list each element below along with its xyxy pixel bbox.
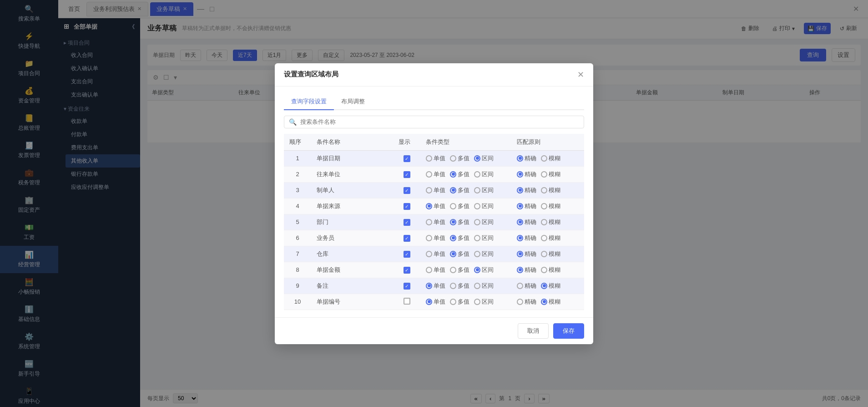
radio-type-1[interactable]: 多值 bbox=[450, 298, 469, 306]
radio-match-1[interactable]: 模糊 bbox=[541, 234, 560, 242]
radio-match-1[interactable]: 模糊 bbox=[541, 282, 560, 290]
checkbox-checked[interactable]: ✓ bbox=[404, 203, 410, 210]
radio-type-1[interactable]: 多值 bbox=[450, 250, 469, 258]
checkbox-checked[interactable]: ✓ bbox=[404, 187, 410, 194]
modal-row-display[interactable]: ✓ bbox=[393, 150, 420, 166]
radio-circle bbox=[450, 203, 456, 209]
radio-type-1[interactable]: 多值 bbox=[450, 170, 469, 178]
radio-circle bbox=[541, 187, 547, 193]
radio-type-2[interactable]: 区间 bbox=[474, 202, 494, 210]
radio-type-2[interactable]: 区间 bbox=[474, 218, 494, 226]
radio-label: 区间 bbox=[482, 202, 494, 210]
radio-match-0[interactable]: 精确 bbox=[517, 202, 536, 210]
radio-match-0[interactable]: 精确 bbox=[517, 234, 536, 242]
checkbox-checked[interactable]: ✓ bbox=[404, 251, 410, 258]
modal-row-display[interactable] bbox=[393, 294, 420, 310]
radio-match-0[interactable]: 精确 bbox=[517, 298, 536, 306]
radio-type-0[interactable]: 单值 bbox=[426, 282, 445, 290]
modal-title: 设置查询区域布局 bbox=[284, 70, 338, 79]
radio-match-1[interactable]: 模糊 bbox=[541, 170, 560, 178]
radio-circle bbox=[426, 187, 432, 193]
radio-circle bbox=[474, 187, 480, 193]
radio-type-0[interactable]: 单值 bbox=[426, 234, 445, 242]
modal-search-bar: 🔍 bbox=[284, 116, 584, 128]
checkbox-checked[interactable]: ✓ bbox=[404, 267, 410, 274]
radio-type-1[interactable]: 多值 bbox=[450, 218, 469, 226]
modal-row-display[interactable]: ✓ bbox=[393, 262, 420, 278]
radio-circle bbox=[541, 235, 547, 241]
modal-tab-layout[interactable]: 布局调整 bbox=[334, 94, 372, 110]
radio-type-2[interactable]: 区间 bbox=[474, 186, 494, 194]
radio-circle bbox=[541, 155, 547, 162]
checkbox-checked[interactable]: ✓ bbox=[404, 155, 410, 162]
radio-circle bbox=[426, 299, 432, 305]
modal-search-input[interactable] bbox=[300, 118, 579, 125]
cancel-button[interactable]: 取消 bbox=[518, 323, 549, 339]
radio-match-0[interactable]: 精确 bbox=[517, 266, 536, 274]
radio-match-0[interactable]: 精确 bbox=[517, 282, 536, 290]
radio-match-1[interactable]: 模糊 bbox=[541, 186, 560, 194]
radio-type-0[interactable]: 单值 bbox=[426, 186, 445, 194]
radio-type-2[interactable]: 区间 bbox=[474, 266, 494, 274]
checkbox-checked[interactable]: ✓ bbox=[404, 283, 410, 290]
radio-circle bbox=[450, 299, 456, 305]
radio-type-2[interactable]: 区间 bbox=[474, 170, 494, 178]
modal-row-order: 7 bbox=[284, 246, 311, 262]
checkbox-checked[interactable]: ✓ bbox=[404, 171, 410, 178]
checkbox-checked[interactable]: ✓ bbox=[404, 219, 410, 226]
radio-type-2[interactable]: 区间 bbox=[474, 282, 494, 290]
radio-type-2[interactable]: 区间 bbox=[474, 250, 494, 258]
radio-type-0[interactable]: 单值 bbox=[426, 154, 445, 163]
radio-label: 精确 bbox=[525, 186, 536, 194]
modal-body: 查询字段设置 布局调整 🔍 顺序 条件名称 显示 条件类型 bbox=[275, 86, 593, 317]
radio-type-0[interactable]: 单值 bbox=[426, 202, 445, 210]
radio-match-0[interactable]: 精确 bbox=[517, 218, 536, 226]
radio-circle bbox=[517, 251, 523, 257]
radio-match-1[interactable]: 模糊 bbox=[541, 202, 560, 210]
modal-row-display[interactable]: ✓ bbox=[393, 166, 420, 182]
radio-match-0[interactable]: 精确 bbox=[517, 250, 536, 258]
radio-match-0[interactable]: 精确 bbox=[517, 186, 536, 194]
radio-type-2[interactable]: 区间 bbox=[474, 154, 494, 163]
modal-row-name: 仓库 bbox=[311, 246, 393, 262]
radio-type-1[interactable]: 多值 bbox=[450, 202, 469, 210]
radio-type-1[interactable]: 多值 bbox=[450, 282, 469, 290]
radio-label: 多值 bbox=[458, 170, 469, 178]
radio-match-0[interactable]: 精确 bbox=[517, 154, 536, 163]
radio-match-1[interactable]: 模糊 bbox=[541, 218, 560, 226]
modal-tab-query[interactable]: 查询字段设置 bbox=[284, 94, 334, 110]
radio-type-1[interactable]: 多值 bbox=[450, 154, 469, 163]
modal-row-display[interactable]: ✓ bbox=[393, 230, 420, 246]
radio-type-1[interactable]: 多值 bbox=[450, 234, 469, 242]
radio-match-1[interactable]: 模糊 bbox=[541, 154, 560, 163]
modal-row-display[interactable]: ✓ bbox=[393, 278, 420, 294]
modal-row-display[interactable]: ✓ bbox=[393, 214, 420, 230]
modal-row-display[interactable]: ✓ bbox=[393, 182, 420, 198]
radio-circle bbox=[426, 171, 432, 178]
radio-label: 多值 bbox=[458, 154, 469, 163]
modal-col-order: 顺序 bbox=[284, 134, 311, 151]
radio-label: 模糊 bbox=[549, 218, 560, 226]
radio-type-0[interactable]: 单值 bbox=[426, 298, 445, 306]
radio-match-1[interactable]: 模糊 bbox=[541, 298, 560, 306]
radio-type-1[interactable]: 多值 bbox=[450, 266, 469, 274]
modal-row-display[interactable]: ✓ bbox=[393, 198, 420, 214]
radio-match-1[interactable]: 模糊 bbox=[541, 250, 560, 258]
modal-save-button[interactable]: 保存 bbox=[553, 323, 584, 339]
modal-row-type: 单值 多值 区间 bbox=[420, 150, 511, 166]
modal-row-display[interactable]: ✓ bbox=[393, 246, 420, 262]
radio-type-0[interactable]: 单值 bbox=[426, 250, 445, 258]
radio-match-1[interactable]: 模糊 bbox=[541, 266, 560, 274]
modal-overlay[interactable]: 设置查询区域布局 ✕ 查询字段设置 布局调整 🔍 顺序 bbox=[0, 0, 868, 407]
radio-type-0[interactable]: 单值 bbox=[426, 266, 445, 274]
radio-type-0[interactable]: 单值 bbox=[426, 170, 445, 178]
radio-type-2[interactable]: 区间 bbox=[474, 234, 494, 242]
radio-match-0[interactable]: 精确 bbox=[517, 170, 536, 178]
radio-circle bbox=[450, 251, 456, 257]
checkbox-unchecked[interactable] bbox=[404, 298, 410, 305]
radio-type-0[interactable]: 单值 bbox=[426, 218, 445, 226]
checkbox-checked[interactable]: ✓ bbox=[404, 235, 410, 242]
radio-type-1[interactable]: 多值 bbox=[450, 186, 469, 194]
modal-close-button[interactable]: ✕ bbox=[577, 70, 584, 80]
radio-type-2[interactable]: 区间 bbox=[474, 298, 494, 306]
